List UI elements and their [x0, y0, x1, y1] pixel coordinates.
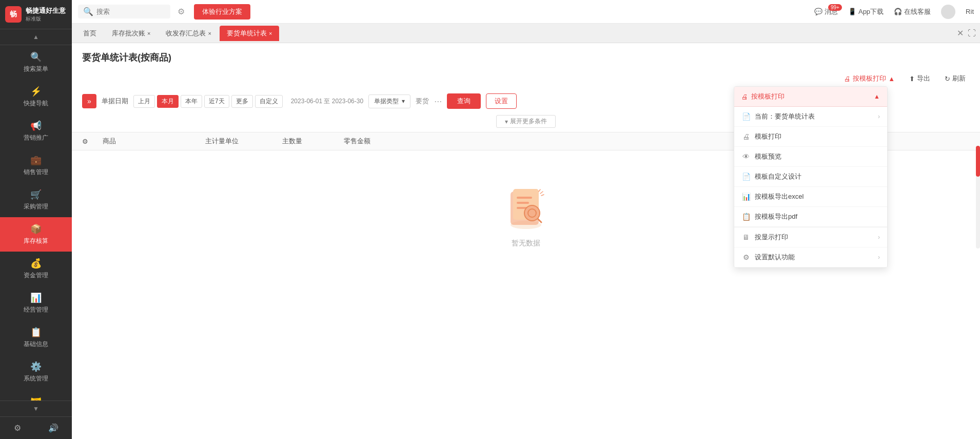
- marketing-icon: 📢: [30, 120, 42, 131]
- print-btn-label: 按模板打印: [853, 74, 886, 83]
- search-input[interactable]: [96, 8, 163, 15]
- inventory-icon: 📦: [30, 223, 42, 235]
- main-area: 🔍 ⚙ 体验行业方案 💬 消息 99+ 📱 App下载 🎧 在线客服 Rit: [72, 0, 980, 439]
- sidebar-item-label: 销售管理: [24, 168, 48, 177]
- sidebar-item-shortcut[interactable]: ⚡ 快捷导航: [0, 80, 72, 114]
- svg-line-10: [541, 195, 544, 196]
- display-print-icon: 🖥: [741, 233, 751, 241]
- dropdown-item-template-custom[interactable]: 📄 模板自定义设计: [734, 167, 887, 187]
- dropdown-item-export-pdf[interactable]: 📋 按模板导出pdf: [734, 207, 887, 227]
- dropdown-item-label: 按显示打印: [755, 233, 788, 242]
- sidebar-item-label: 库存核算: [24, 237, 48, 245]
- dropdown-chevron-icon: ▲: [874, 93, 880, 100]
- sidebar-item-finance[interactable]: 💰 资金管理: [0, 252, 72, 286]
- dropdown-display-print[interactable]: 🖥 按显示打印 ›: [734, 227, 887, 247]
- search-icon: 🔍: [83, 7, 93, 16]
- order-goods-label: 要货: [416, 97, 429, 106]
- tab-home-label: 首页: [83, 29, 96, 38]
- dropdown-title: 按模板打印: [751, 92, 785, 101]
- sidebar-item-label: 采购管理: [24, 202, 48, 211]
- dropdown-header[interactable]: 🖨 按模板打印 ▲: [734, 87, 887, 107]
- sidebar-item-sales[interactable]: 💼 销售管理: [0, 148, 72, 183]
- sidebar-scroll-up[interactable]: ▲: [31, 31, 41, 43]
- export-btn[interactable]: ⬆ 导出: [905, 72, 934, 85]
- display-print-arrow: ›: [878, 234, 880, 241]
- dropdown-current-item[interactable]: 📄 当前：要货单统计表 ›: [734, 107, 887, 127]
- message-badge: 99+: [828, 4, 842, 11]
- trial-button[interactable]: 体验行业方案: [194, 4, 250, 20]
- dropdown-item-label: 设置默认功能: [755, 253, 795, 262]
- template-preview-icon: 👁: [741, 152, 751, 161]
- app-download-btn[interactable]: 📱 App下载: [848, 7, 884, 16]
- tab-order-stats[interactable]: 要货单统计表 ×: [220, 26, 279, 41]
- col-header-setting[interactable]: ⚙: [82, 138, 103, 145]
- dropdown-item-export-excel[interactable]: 📊 按模板导出excel: [734, 187, 887, 207]
- sidebar-item-marketing[interactable]: 📢 营销推广: [0, 114, 72, 148]
- sidebar-item-label: 经营管理: [24, 306, 48, 314]
- dropdown-item-label: 按模板导出pdf: [755, 212, 797, 221]
- export-icon: ⬆: [909, 75, 915, 83]
- tab-home[interactable]: 首页: [76, 26, 104, 41]
- sidebar-item-search[interactable]: 🔍 搜索菜单: [0, 45, 72, 80]
- prev-month-btn[interactable]: 上月: [133, 95, 155, 108]
- refresh-btn[interactable]: ↻ 刷新: [940, 72, 970, 85]
- content-area: 要货单统计表(按商品) 🖨 按模板打印 ▲ ⬆ 导出 ↻ 刷新 🖨: [72, 43, 980, 439]
- settings-bottom-icon[interactable]: ⚙: [14, 423, 21, 433]
- tab-close-icon[interactable]: ×: [269, 30, 272, 36]
- sidebar-item-purchase[interactable]: 🛒 采购管理: [0, 183, 72, 217]
- sidebar-item-basic[interactable]: 📋 基础信息: [0, 320, 72, 355]
- svg-line-9: [539, 189, 540, 192]
- last-7-days-btn[interactable]: 近7天: [204, 95, 229, 108]
- sidebar-item-label: 资金管理: [24, 271, 48, 280]
- close-all-tabs-btn[interactable]: ✕: [957, 28, 964, 38]
- sidebar-item-system[interactable]: ⚙️ 系统管理: [0, 355, 72, 389]
- app-download-icon: 📱: [848, 8, 856, 15]
- tab-close-icon[interactable]: ×: [147, 30, 150, 36]
- col-header-product: 商品: [103, 137, 205, 146]
- tab-receipt-summary[interactable]: 收发存汇总表 ×: [159, 26, 218, 41]
- date-filter-label: 单据日期: [102, 97, 128, 106]
- expand-more-label: 展开更多条件: [510, 117, 547, 126]
- svg-line-11: [540, 192, 543, 194]
- settings-gear-icon[interactable]: ⚙: [178, 7, 185, 16]
- sidebar-item-label: 系统管理: [24, 374, 48, 383]
- filter-dots[interactable]: ···: [434, 96, 442, 107]
- dropdown-item-template-preview[interactable]: 👁 模板预览: [734, 147, 887, 167]
- date-range-label: 2023-06-01 至 2023-06-30: [291, 97, 363, 106]
- online-service-btn[interactable]: 🎧 在线客服: [894, 7, 931, 16]
- sidebar-item-collab[interactable]: 🤝 企业协同: [0, 389, 72, 400]
- expand-window-btn[interactable]: ⛶: [968, 29, 976, 38]
- column-settings-icon[interactable]: ⚙: [82, 138, 88, 145]
- filter-expand-btn[interactable]: »: [82, 94, 96, 108]
- tab-close-icon[interactable]: ×: [208, 30, 211, 36]
- expand-more-btn[interactable]: ▾ 展开更多条件: [496, 115, 556, 128]
- search-box[interactable]: 🔍: [78, 5, 170, 18]
- sales-icon: 💼: [30, 155, 42, 166]
- speaker-bottom-icon[interactable]: 🔊: [48, 423, 58, 433]
- empty-text: 暂无数据: [512, 239, 540, 248]
- logo-subtitle: 标准版: [26, 15, 66, 23]
- print-template-btn[interactable]: 🖨 按模板打印 ▲: [840, 72, 899, 85]
- current-year-btn[interactable]: 本年: [181, 95, 202, 108]
- message-btn[interactable]: 💬 消息 99+: [814, 7, 838, 16]
- sidebar-scroll-down[interactable]: ▼: [31, 403, 41, 414]
- custom-date-btn[interactable]: 自定义: [255, 95, 283, 108]
- dropdown-set-default[interactable]: ⚙ 设置默认功能 ›: [734, 247, 887, 268]
- sidebar-item-operation[interactable]: 📊 经营管理: [0, 286, 72, 320]
- right-scrollbar[interactable]: [976, 146, 980, 249]
- setting-btn[interactable]: 设置: [486, 93, 517, 109]
- more-date-btn[interactable]: 更多: [231, 95, 253, 108]
- page-title: 要货单统计表(按商品): [72, 43, 980, 68]
- current-arrow-icon: ›: [878, 113, 880, 120]
- refresh-btn-label: 刷新: [952, 74, 966, 83]
- dropdown-item-template-print[interactable]: 🖨 模板打印: [734, 127, 887, 147]
- dropdown-item-label: 模板打印: [755, 132, 781, 141]
- user-avatar[interactable]: [941, 5, 955, 19]
- tab-label: 要货单统计表: [227, 29, 267, 38]
- order-type-select[interactable]: 单据类型 ▾: [368, 94, 410, 108]
- query-btn[interactable]: 查询: [447, 93, 481, 109]
- sidebar-item-inventory[interactable]: 📦 库存核算: [0, 217, 72, 252]
- current-month-btn[interactable]: 本月: [157, 95, 179, 108]
- message-icon: 💬: [814, 8, 822, 15]
- tab-inventory-batch[interactable]: 库存批次账 ×: [105, 26, 158, 41]
